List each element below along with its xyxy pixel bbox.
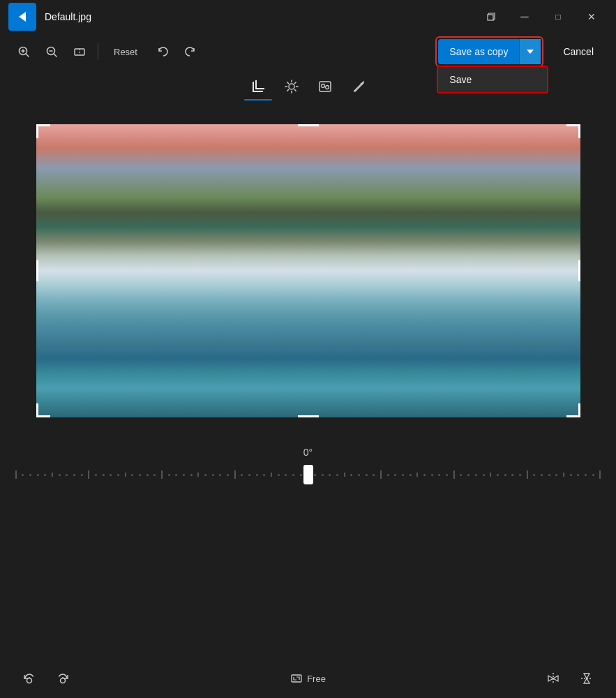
save-dropdown-container: Save as copy Save [435,36,543,67]
svg-point-21 [325,86,329,89]
svg-line-16 [294,89,296,91]
bottom-toolbar: Free [0,659,616,698]
aspect-ratio-button[interactable] [67,39,92,64]
back-arrow-icon [19,12,26,22]
bottom-right-tools [541,666,599,691]
crop-handle-tm[interactable] [298,124,319,138]
bottom-left-tools [17,666,75,691]
rotation-slider[interactable]: (function() { const container = document… [15,463,601,486]
back-button[interactable] [8,3,36,31]
svg-line-17 [294,82,296,84]
svg-rect-0 [488,15,493,20]
zoom-out-button[interactable] [39,39,64,64]
svg-line-23 [354,91,354,91]
svg-line-18 [287,89,288,91]
window-controls: ─ □ ✕ [475,6,608,28]
flip-horizontal-button[interactable] [541,666,566,691]
svg-point-26 [61,678,66,683]
crop-handle-tl[interactable] [36,124,50,138]
save-as-copy-button[interactable]: Save as copy [438,39,519,64]
toolbar-left: Reset [11,39,433,64]
image-container[interactable] [36,124,580,417]
close-button[interactable]: ✕ [576,6,608,28]
aspect-label-text: Free [307,674,326,684]
maximize-button[interactable]: □ [542,6,574,28]
rotation-area: 0° (function() { const container = docum… [0,438,616,494]
filter-tool-button[interactable] [311,73,339,101]
svg-point-10 [289,84,294,89]
crop-handle-tr[interactable] [566,124,580,138]
image-area [0,103,616,438]
svg-line-15 [287,82,288,84]
minimize-button[interactable]: ─ [509,6,541,28]
crop-handle-ml[interactable] [36,260,50,281]
toolbar: Reset Save as copy Save Cancel [0,34,616,70]
save-option[interactable]: Save [438,67,547,92]
expand-button[interactable] [475,6,507,28]
reset-button[interactable]: Reset [104,43,147,61]
title-bar: Default.jpg ─ □ ✕ [0,0,616,34]
crop-handle-bl[interactable] [36,403,50,417]
crop-handle-br[interactable] [566,403,580,417]
svg-line-2 [27,54,29,57]
undo-button[interactable] [150,39,175,64]
window-title: Default.jpg [45,11,467,22]
edited-image [36,124,580,417]
crop-handle-mr[interactable] [566,260,580,281]
chevron-down-icon [527,50,534,54]
crop-handle-bm[interactable] [298,403,319,417]
svg-rect-28 [292,675,301,682]
markup-tool-button[interactable] [345,73,373,101]
svg-line-6 [54,54,57,57]
zoom-in-button[interactable] [11,39,36,64]
aspect-ratio-selector[interactable]: Free [283,668,333,689]
save-dropdown-menu: Save [437,66,548,94]
save-btn-row: Save as copy [438,39,541,64]
active-indicator [244,99,272,101]
rotate-left-button[interactable] [17,666,42,691]
bottom-center-tools: Free [75,668,541,689]
rotate-right-button[interactable] [50,666,75,691]
cancel-button[interactable]: Cancel [552,39,605,64]
rotation-thumb[interactable] [303,465,313,484]
flip-vertical-button[interactable] [574,666,599,691]
redo-button[interactable] [178,39,203,64]
svg-point-24 [27,678,32,683]
rotation-value: 0° [303,447,313,458]
save-chevron-button[interactable] [519,39,541,64]
brightness-tool-button[interactable] [278,73,306,101]
crop-tool-button[interactable] [244,73,272,101]
svg-point-20 [321,84,324,88]
toolbar-divider [98,43,98,60]
